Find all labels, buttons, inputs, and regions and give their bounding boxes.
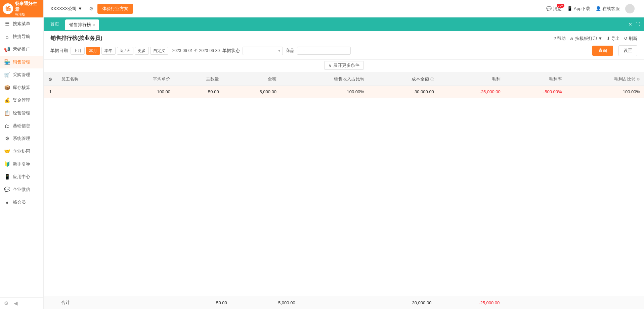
print-button[interactable]: 🖨 按模板打印 ▼ — [570, 36, 602, 42]
table-row: 1 100.00 50.00 5,000.00 100.00% 30,000.0… — [44, 86, 644, 98]
date-btn-this-year[interactable]: 本年 — [101, 47, 116, 55]
cell-sales-pct-0: 100.00% — [281, 86, 368, 98]
col-gross: 毛利 — [438, 73, 505, 86]
experience-button[interactable]: 体验行业方案 — [97, 4, 133, 14]
sidebar-label-purchase: 采购管理 — [13, 72, 30, 78]
sidebar-label-search-orders: 搜索菜单 — [13, 21, 30, 27]
service-label: 在线客服 — [602, 6, 620, 12]
sidebar-item-enterprise-collab[interactable]: 🤝企业协同 — [0, 145, 43, 158]
sidebar-icon-operations: 📋 — [4, 110, 10, 116]
tab-expand-icon[interactable]: ⛶ — [636, 22, 640, 27]
refresh-label: 刷新 — [629, 36, 637, 42]
online-service-button[interactable]: 👤 在线客服 — [596, 6, 620, 12]
table-area: ⚙ 员工名称 平均单价 主数量 全额 销售收入占比% 成本全额 ⓘ 毛利 毛利率 — [44, 73, 644, 309]
tab-close-window-icon[interactable]: ✕ — [629, 22, 632, 27]
sidebar-item-app-center[interactable]: 📱应用中心 — [0, 170, 43, 183]
sidebar-item-member[interactable]: ♦畅会员 — [0, 196, 43, 209]
sidebar-item-basic-info[interactable]: 🗂基础信息 — [0, 119, 43, 132]
col-gross-rate: 毛利率 — [505, 73, 566, 86]
company-selector[interactable]: XXXXXX公司 ▼ — [48, 4, 85, 13]
message-button[interactable]: 💬 消息 99+ — [546, 6, 562, 12]
col-settings[interactable]: ⚙ — [44, 73, 57, 86]
sidebar-item-quick-nav[interactable]: ⌂快捷导航 — [0, 30, 43, 43]
print-label: 按模板打印 — [575, 36, 597, 42]
col-gross-pct: 毛利占比% ⚙ — [566, 73, 644, 86]
sidebar-label-finance: 资金管理 — [13, 97, 30, 103]
refresh-icon: ↺ — [624, 36, 628, 41]
topbar-gear-icon[interactable]: ⚙ — [89, 6, 93, 12]
cell-qty-0: 50.00 — [174, 86, 223, 98]
gross-pct-info-icon: ⚙ — [637, 77, 640, 81]
footer-cost: 30,000.00 — [368, 300, 436, 305]
goods-filter-input[interactable]: ··· — [297, 47, 351, 55]
cell-rank-0: 1 — [44, 86, 57, 98]
sidebar-item-finance[interactable]: 💰资金管理 — [0, 94, 43, 107]
sidebar-icon-search-orders: ☰ — [4, 21, 10, 27]
col-cost: 成本全额 ⓘ — [368, 73, 438, 86]
service-icon: 👤 — [596, 6, 601, 11]
sidebar-label-system: 系统管理 — [13, 136, 30, 142]
topbar-right: 💬 消息 99+ 📱 App下载 👤 在线客服 — [546, 4, 640, 13]
goods-more-icon[interactable]: ··· — [301, 48, 305, 53]
col-avg-price: 平均单价 — [116, 73, 175, 86]
sidebar-icon-enterprise-collab: 🤝 — [4, 148, 10, 154]
expand-more-button[interactable]: ∨ 展开更多条件 — [324, 61, 364, 70]
date-filter-label: 单据日期 — [50, 48, 68, 54]
sidebar-item-system[interactable]: ⚙系统管理 — [0, 132, 43, 145]
expand-label: 展开更多条件 — [333, 62, 359, 68]
sidebar-item-beginner[interactable]: 🔰新手引导 — [0, 158, 43, 170]
sidebar-item-purchase[interactable]: 🛒采购管理 — [0, 68, 43, 81]
sidebar-nav: ☰搜索菜单⌂快捷导航📢营销推广🏪销售管理🛒采购管理📦库存核算💰资金管理📋经营管理… — [0, 17, 43, 297]
cell-name-0 — [57, 86, 116, 98]
sidebar-icon-quick-nav: ⌂ — [4, 34, 10, 40]
sidebar-label-marketing: 营销推广 — [13, 46, 30, 52]
date-btn-last-month[interactable]: 上月 — [71, 47, 85, 55]
date-range-display: 2023-06-01 至 2023-06-30 — [172, 48, 220, 54]
status-filter-label: 单据状态 — [222, 48, 240, 54]
query-button[interactable]: 查询 — [592, 46, 613, 56]
settings-button[interactable]: 设置 — [618, 45, 637, 56]
app-download-button[interactable]: 📱 App下载 — [567, 6, 590, 12]
company-dropdown-icon: ▼ — [78, 6, 82, 11]
sidebar-icon-basic-info: 🗂 — [4, 123, 10, 129]
date-btn-more[interactable]: 更多 — [135, 47, 149, 55]
logo-text: 畅康通好生意 标准版 — [15, 1, 41, 17]
content-area: 销售排行榜(按业务员) ? 帮助 🖨 按模板打印 ▼ ⬇ 导出 ↺ 刷新 — [44, 31, 644, 309]
tab-home[interactable]: 首页 — [45, 17, 65, 31]
sidebar-icon-sales: 🏪 — [4, 59, 10, 65]
date-btn-custom[interactable]: 自定义 — [150, 47, 168, 55]
cell-gross-pct-0: 100.00% — [566, 86, 644, 98]
sidebar-item-inventory[interactable]: 📦库存核算 — [0, 81, 43, 94]
tab-sales-ranking[interactable]: 销售排行榜 × — [65, 19, 99, 30]
print-icon: 🖨 — [570, 36, 574, 41]
sidebar-item-marketing[interactable]: 📢营销推广 — [0, 43, 43, 56]
goods-filter-label: 商品 — [286, 48, 294, 54]
help-button[interactable]: ? 帮助 — [554, 36, 566, 42]
help-label: 帮助 — [557, 36, 566, 42]
sidebar-item-operations[interactable]: 📋经营管理 — [0, 107, 43, 119]
refresh-button[interactable]: ↺ 刷新 — [624, 36, 637, 42]
sidebar-label-enterprise-collab: 企业协同 — [13, 148, 30, 154]
col-name: 员工名称 — [57, 73, 116, 86]
date-btn-7days[interactable]: 近7天 — [117, 47, 133, 55]
expand-icon: ∨ — [329, 63, 332, 68]
sidebar-icon-system: ⚙ — [4, 136, 10, 142]
cost-info-icon: ⓘ — [430, 77, 434, 81]
date-btn-this-month[interactable]: 本月 — [86, 47, 100, 55]
filter-row-left: 单据日期 上月 本月 本年 近7天 更多 自定义 2023-06-01 至 20… — [50, 47, 587, 55]
collapse-icon[interactable]: ◀ — [14, 300, 18, 306]
sidebar-label-basic-info: 基础信息 — [13, 123, 30, 129]
sidebar-item-sales[interactable]: 🏪销售管理 — [0, 56, 43, 68]
avatar — [625, 4, 635, 13]
sidebar-item-enterprise-wechat[interactable]: 💬企业微信 — [0, 183, 43, 196]
status-select[interactable] — [243, 47, 283, 55]
settings-icon[interactable]: ⚙ — [4, 300, 8, 306]
tab-close-button[interactable]: × — [93, 23, 95, 27]
sidebar-item-search-orders[interactable]: ☰搜索菜单 — [0, 17, 43, 30]
cell-amount-0: 5,000.00 — [223, 86, 281, 98]
export-button[interactable]: ⬇ 导出 — [606, 36, 620, 42]
tabbar: 首页 销售排行榜 × ✕ ⛶ — [44, 17, 644, 31]
print-dropdown-icon: ▼ — [598, 36, 602, 41]
page-header: 销售排行榜(按业务员) ? 帮助 🖨 按模板打印 ▼ ⬇ 导出 ↺ 刷新 — [44, 31, 644, 42]
sidebar-logo: 畅 畅康通好生意 标准版 — [0, 0, 43, 17]
